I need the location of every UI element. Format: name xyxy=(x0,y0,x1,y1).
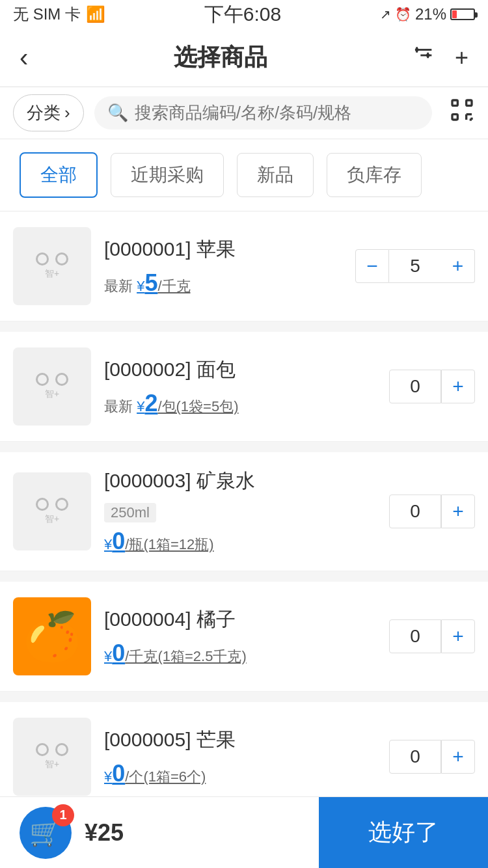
nav-actions: + xyxy=(413,44,468,72)
confirm-button[interactable]: 选好了 xyxy=(319,797,488,869)
wifi-icon: 📶 xyxy=(86,5,105,23)
decrease-btn-1[interactable]: − xyxy=(355,249,389,283)
category-label: 分类 xyxy=(27,102,61,124)
product-item-4: 🍊 [0000004] 橘子 ¥0/千克(1箱=2.5千克) 0 + xyxy=(0,582,488,692)
location-icon: ↗ xyxy=(380,7,391,22)
category-arrow: › xyxy=(64,103,70,123)
product-name-3: [0000003] 矿泉水 xyxy=(104,468,376,495)
battery-text: 21% xyxy=(415,5,446,23)
status-carrier: 无 SIM 卡 📶 xyxy=(13,4,105,25)
carrier-text: 无 SIM 卡 xyxy=(13,4,81,25)
search-box: 🔍 xyxy=(94,96,432,129)
increase-btn-5[interactable]: + xyxy=(441,740,475,774)
increase-btn-4[interactable]: + xyxy=(441,619,475,653)
svg-rect-6 xyxy=(452,100,457,105)
status-bar: 无 SIM 卡 📶 下午6:08 ↗ ⏰ 21% xyxy=(0,0,488,29)
product-price-3: ¥0/瓶(1箱=12瓶) xyxy=(104,528,376,555)
product-name-1: [0000001] 苹果 xyxy=(104,236,342,263)
product-list: 智+ [0000001] 苹果 最新 ¥5/千克 − + 智+ xyxy=(0,211,488,868)
tab-recent[interactable]: 近期采购 xyxy=(111,153,224,197)
product-controls-3: 0 + xyxy=(389,495,475,528)
quantity-display-3: 0 xyxy=(389,495,441,528)
filter-icon[interactable] xyxy=(413,44,435,72)
product-image-4: 🍊 xyxy=(13,597,91,675)
product-info-3: [0000003] 矿泉水 250ml ¥0/瓶(1箱=12瓶) xyxy=(104,468,376,555)
tab-negative[interactable]: 负库存 xyxy=(327,153,422,197)
svg-rect-8 xyxy=(452,115,457,120)
product-item-5: 智+ [0000005] 芒果 ¥0/个(1箱=6个) 0 + xyxy=(0,702,488,812)
product-controls-2: 0 + xyxy=(389,370,475,403)
tab-all[interactable]: 全部 xyxy=(20,152,98,198)
cart-badge: 1 xyxy=(52,804,74,826)
product-controls-4: 0 + xyxy=(389,619,475,653)
increase-btn-3[interactable]: + xyxy=(441,495,475,528)
scan-icon[interactable] xyxy=(449,97,475,129)
bottom-bar: 🛒 1 ¥25 选好了 xyxy=(0,796,488,868)
svg-point-3 xyxy=(415,47,419,51)
product-price-2: 最新 ¥2/包(1袋=5包) xyxy=(104,390,376,417)
product-controls-1: − + xyxy=(355,249,475,283)
product-spec-3: 250ml xyxy=(104,503,156,522)
product-info-5: [0000005] 芒果 ¥0/个(1箱=6个) xyxy=(104,727,376,787)
battery-icon xyxy=(450,8,475,20)
product-price-5: ¥0/个(1箱=6个) xyxy=(104,760,376,787)
product-info-1: [0000001] 苹果 最新 ¥5/千克 xyxy=(104,236,342,297)
add-button[interactable]: + xyxy=(455,44,468,72)
quantity-display-4: 0 xyxy=(389,619,441,653)
increase-btn-1[interactable]: + xyxy=(441,249,475,283)
increase-btn-2[interactable]: + xyxy=(441,370,475,403)
product-item-2: 智+ [0000002] 面包 最新 ¥2/包(1袋=5包) 0 + xyxy=(0,332,488,442)
search-input[interactable] xyxy=(135,103,419,123)
product-price-4: ¥0/千克(1箱=2.5千克) xyxy=(104,640,376,667)
product-name-2: [0000002] 面包 xyxy=(104,357,376,383)
quantity-display-2: 0 xyxy=(389,370,441,403)
back-button[interactable]: ‹ xyxy=(20,43,28,72)
cart-section: 🛒 1 ¥25 xyxy=(0,807,319,859)
product-image-5: 智+ xyxy=(13,718,91,796)
alarm-icon: ⏰ xyxy=(395,7,411,22)
svg-rect-7 xyxy=(467,100,472,105)
product-info-4: [0000004] 橘子 ¥0/千克(1箱=2.5千克) xyxy=(104,606,376,667)
search-icon: 🔍 xyxy=(107,103,128,123)
product-image-2: 智+ xyxy=(13,347,91,426)
product-name-4: [0000004] 橘子 xyxy=(104,606,376,633)
product-item-3: 智+ [0000003] 矿泉水 250ml ¥0/瓶(1箱=12瓶) 0 + xyxy=(0,452,488,571)
tab-new[interactable]: 新品 xyxy=(237,153,314,197)
cart-total: ¥25 xyxy=(85,819,124,847)
product-image-3: 智+ xyxy=(13,472,91,550)
product-image-1: 智+ xyxy=(13,227,91,305)
product-name-5: [0000005] 芒果 xyxy=(104,727,376,753)
cart-button[interactable]: 🛒 1 xyxy=(20,807,72,859)
product-info-2: [0000002] 面包 最新 ¥2/包(1袋=5包) xyxy=(104,357,376,417)
product-item-1: 智+ [0000001] 苹果 最新 ¥5/千克 − + xyxy=(0,211,488,321)
page-title: 选择商品 xyxy=(174,42,267,74)
product-controls-5: 0 + xyxy=(389,740,475,774)
nav-bar: ‹ 选择商品 + xyxy=(0,29,488,87)
tab-bar: 全部 近期采购 新品 负库存 xyxy=(0,139,488,211)
filter-bar: 分类 › 🔍 xyxy=(0,87,488,139)
product-price-1: 最新 ¥5/千克 xyxy=(104,269,342,297)
quantity-input-1[interactable] xyxy=(389,249,441,283)
category-button[interactable]: 分类 › xyxy=(13,94,84,131)
quantity-display-5: 0 xyxy=(389,740,441,774)
status-right: ↗ ⏰ 21% xyxy=(380,5,475,23)
status-time: 下午6:08 xyxy=(204,1,281,28)
